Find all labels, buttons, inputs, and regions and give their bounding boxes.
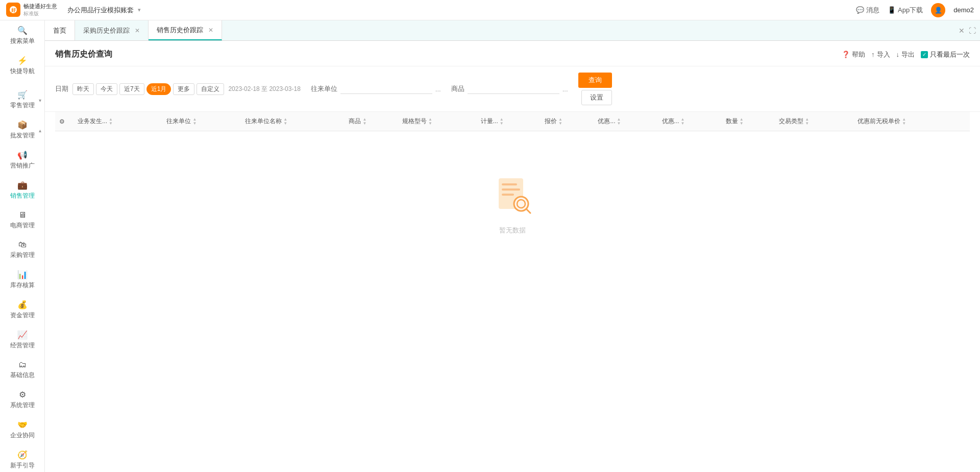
sidebar-item-marketing[interactable]: 📢 营销推广: [0, 145, 44, 175]
sort-icon: ▲▼: [362, 117, 366, 126]
col-settings: ⚙: [55, 112, 74, 131]
date-filter-group: 日期 昨天 今天 近7天 近1月 更多 自定义 2023-02-18 至 202…: [55, 83, 301, 95]
tab-home[interactable]: 首页: [45, 20, 75, 40]
date-btn-1month[interactable]: 近1月: [146, 83, 172, 95]
from-unit-filter: 往来单位 ...: [311, 84, 441, 94]
app-download-btn[interactable]: 📱 App下载: [888, 6, 923, 15]
gear-icon[interactable]: ⚙: [59, 118, 65, 125]
sort-icon: ▲▼: [805, 117, 809, 126]
tab-close-all-icon[interactable]: ✕: [959, 27, 965, 35]
tab-bar-actions: ✕ ⛶: [959, 20, 980, 40]
sidebar-item-label: 新手引导: [10, 461, 35, 470]
sidebar: 🔍 搜索菜单 ⚡ 快捷导航 🛒 零售管理 ▾ 📦 批发管理 ▴ 📢 营销推广 💼…: [0, 20, 45, 472]
sidebar-item-label: 营销推广: [10, 161, 35, 170]
empty-illustration: [489, 172, 535, 220]
basic-icon: 🗂: [18, 360, 27, 369]
col-discount2[interactable]: 优惠... ▲▼: [658, 112, 722, 131]
sidebar-item-label: 零售管理: [10, 101, 35, 110]
sidebar-item-basic[interactable]: 🗂 基础信息: [0, 355, 44, 385]
col-biz-date[interactable]: 业务发生... ▲▼: [74, 112, 162, 131]
sidebar-item-system[interactable]: ⚙ 系统管理: [0, 385, 44, 415]
tab-maximize-icon[interactable]: ⛶: [969, 27, 976, 35]
svg-rect-4: [502, 188, 520, 191]
col-pretax-price[interactable]: 优惠前无税单价 ▲▼: [853, 112, 970, 131]
help-btn[interactable]: ❓ 帮助: [842, 50, 865, 59]
sidebar-item-quicknav[interactable]: ⚡ 快捷导航: [0, 51, 44, 81]
sidebar-item-retail[interactable]: 🛒 零售管理 ▾: [0, 85, 44, 115]
system-icon: ⚙: [19, 390, 26, 399]
sidebar-item-label: 快捷导航: [10, 67, 35, 76]
svg-rect-5: [502, 194, 514, 196]
col-qty[interactable]: 数量 ▲▼: [722, 112, 775, 131]
sidebar-item-sales[interactable]: 💼 销售管理: [0, 175, 44, 205]
chevron-down-icon: ▾: [39, 97, 41, 103]
checkbox-checked-icon: ✓: [921, 51, 928, 58]
main-layout: 🔍 搜索菜单 ⚡ 快捷导航 🛒 零售管理 ▾ 📦 批发管理 ▴ 📢 营销推广 💼…: [0, 20, 980, 472]
date-btn-today[interactable]: 今天: [96, 83, 117, 95]
date-btn-7days[interactable]: 近7天: [119, 83, 144, 95]
sidebar-item-label: 系统管理: [10, 401, 35, 410]
from-unit-label: 往来单位: [311, 84, 337, 93]
sidebar-item-search[interactable]: 🔍 搜索菜单: [0, 20, 44, 51]
sidebar-item-wholesale[interactable]: 📦 批发管理 ▴: [0, 115, 44, 145]
sidebar-item-enterprise[interactable]: 🤝 企业协同: [0, 415, 44, 445]
col-trade-type[interactable]: 交易类型 ▲▼: [775, 112, 853, 131]
date-buttons: 昨天 今天 近7天 近1月 更多 自定义: [72, 83, 224, 95]
col-product[interactable]: 商品 ▲▼: [345, 112, 398, 131]
marketing-icon: 📢: [17, 150, 28, 160]
close-tab-sales-icon[interactable]: ✕: [208, 27, 213, 34]
sort-icon: ▲▼: [740, 117, 744, 126]
sidebar-item-inventory[interactable]: 📊 库存核算: [0, 265, 44, 295]
workspace-dropdown-icon[interactable]: ▾: [138, 7, 141, 13]
user-avatar[interactable]: 👤: [931, 3, 945, 17]
message-btn[interactable]: 💬 消息: [856, 6, 879, 15]
date-range-text: 2023-02-18 至 2023-03-18: [228, 85, 300, 93]
page-title: 销售历史价查询: [55, 49, 112, 60]
close-tab-purchase-icon[interactable]: ✕: [135, 27, 140, 34]
date-btn-more[interactable]: 更多: [173, 83, 194, 95]
empty-text: 暂无数据: [499, 226, 526, 235]
tab-label: 销售历史价跟踪: [157, 26, 203, 35]
sort-icon: ▲▼: [500, 117, 504, 126]
sidebar-item-guide[interactable]: 🧭 新手引导: [0, 445, 44, 472]
lightning-icon: ⚡: [17, 56, 28, 65]
ecommerce-icon: 🖥: [18, 210, 27, 220]
import-icon: ↑: [871, 51, 875, 58]
from-unit-dots: ...: [435, 85, 441, 93]
product-dots: ...: [562, 85, 568, 93]
product-input[interactable]: [468, 84, 559, 94]
from-unit-input[interactable]: [340, 84, 432, 94]
sidebar-item-operations[interactable]: 📈 经营管理: [0, 325, 44, 355]
operations-icon: 📈: [17, 330, 28, 340]
top-bar: 好 畅捷通好生意 标准版 办公用品行业模拟账套 ▾ 💬 消息 📱 App下载 👤…: [0, 0, 980, 20]
export-icon: ↓: [896, 51, 900, 58]
col-quote[interactable]: 报价 ▲▼: [541, 112, 594, 131]
sidebar-item-label: 销售管理: [10, 192, 35, 200]
sidebar-item-ecommerce[interactable]: 🖥 电商管理: [0, 205, 44, 235]
svg-rect-3: [502, 183, 517, 185]
import-btn[interactable]: ↑ 导入: [871, 50, 890, 59]
query-btn[interactable]: 查询: [578, 73, 612, 88]
settings-btn[interactable]: 设置: [581, 90, 612, 105]
date-btn-yesterday[interactable]: 昨天: [72, 83, 94, 95]
sidebar-item-purchase[interactable]: 🛍 采购管理: [0, 235, 44, 265]
date-btn-custom[interactable]: 自定义: [197, 83, 224, 95]
col-unit[interactable]: 计量... ▲▼: [477, 112, 541, 131]
col-unit-name[interactable]: 往来单位名称 ▲▼: [241, 112, 345, 131]
filter-bar: 日期 昨天 今天 近7天 近1月 更多 自定义 2023-02-18 至 202…: [45, 66, 980, 112]
only-last-checkbox[interactable]: ✓ 只看最后一次: [921, 50, 970, 59]
inventory-icon: 📊: [17, 270, 28, 279]
tab-sales-history[interactable]: 销售历史价跟踪 ✕: [149, 20, 222, 40]
sidebar-item-finance[interactable]: 💰 资金管理: [0, 295, 44, 325]
sidebar-item-label: 企业协同: [10, 431, 35, 440]
empty-state: 暂无数据: [55, 131, 970, 276]
sales-icon: 💼: [17, 180, 28, 190]
tab-label: 采购历史价跟踪: [83, 26, 130, 35]
col-unit-code[interactable]: 往来单位 ▲▼: [162, 112, 241, 131]
workspace-name: 办公用品行业模拟账套: [67, 6, 134, 15]
export-btn[interactable]: ↓ 导出: [896, 50, 915, 59]
date-filter-label: 日期: [55, 84, 68, 93]
col-discount1[interactable]: 优惠... ▲▼: [594, 112, 657, 131]
col-spec[interactable]: 规格型号 ▲▼: [398, 112, 477, 131]
tab-purchase-history[interactable]: 采购历史价跟踪 ✕: [75, 20, 149, 40]
